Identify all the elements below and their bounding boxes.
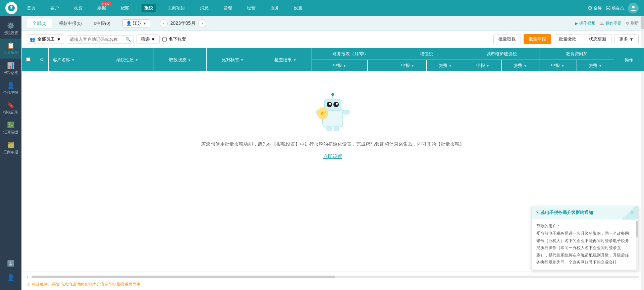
filter-button[interactable]: 筛选 ▼ <box>137 34 160 44</box>
month-navigation: ‹ 2023年05月 › <box>160 19 206 27</box>
manual-icon: 📖 <box>599 21 604 26</box>
svg-rect-3 <box>591 9 592 10</box>
sidebar-item-tax-settings[interactable]: ⚙️ 报税设置 <box>0 19 21 39</box>
prev-month-btn[interactable]: ‹ <box>160 19 168 27</box>
personal-tax-icon: 👤 <box>7 82 14 89</box>
empty-state: ¥ 若您想使用批量报税功能，请先在【报税设置】中进行报税的初始化设置，完成密码验… <box>22 72 644 180</box>
svg-rect-19 <box>334 126 339 131</box>
nav-service[interactable]: 服务 <box>268 4 282 12</box>
svg-rect-2 <box>588 9 589 10</box>
tax-records-icon: 🔖 <box>7 101 14 109</box>
member-btn[interactable]: 畅会员 <box>606 5 624 11</box>
sidebar-user[interactable]: 👤 <box>7 271 14 285</box>
compare-status-filter-icon[interactable]: ▼ <box>240 58 244 62</box>
fetch-status-filter-icon[interactable]: ▼ <box>188 58 191 62</box>
svg-rect-1 <box>591 6 592 7</box>
customer-filter-icon[interactable]: ▼ <box>71 58 75 62</box>
search-input-wrap: 🔍 <box>67 35 134 44</box>
nav-invoice[interactable]: 票据 NEW <box>95 4 109 12</box>
chevron-down-icon: ▼ <box>57 37 61 42</box>
edu-declare-filter-icon[interactable]: ▼ <box>561 64 565 68</box>
horizontal-scrollbar[interactable] <box>32 276 639 278</box>
svg-text:¥: ¥ <box>321 112 323 116</box>
th-tax-nature: 纳税性质 ▼ <box>101 48 154 72</box>
city-declare-filter-icon[interactable]: ▼ <box>486 64 489 68</box>
svg-point-11 <box>336 103 338 105</box>
nav-business[interactable]: 工商项目 <box>165 4 188 12</box>
toolbar-right: 批量取数 批量申报 批量缴款 状态更新 更多 ▼ <box>493 34 639 44</box>
nav-operation[interactable]: 经营 <box>244 4 258 12</box>
th-check-result: 检查结果 ▼ <box>259 48 312 72</box>
setup-link[interactable]: 立即设置 <box>323 154 342 160</box>
th-gear: ⚙ <box>35 48 49 72</box>
th-financial-blank <box>367 60 389 72</box>
svg-point-10 <box>329 103 331 105</box>
nav-home[interactable]: 首页 <box>24 4 38 12</box>
sidebar-download[interactable]: ⬇️ <box>7 257 14 271</box>
vat-declare-filter-icon[interactable]: ▼ <box>411 64 414 68</box>
vat-pay-filter-icon[interactable]: ▼ <box>448 64 452 68</box>
sidebar-item-tax-overview[interactable]: 📊 报税总览 <box>0 59 21 78</box>
download-icon: ⬇️ <box>7 260 14 267</box>
operation-video-link[interactable]: ▶ 操作视频 <box>575 20 595 26</box>
sidebar-item-annual-report[interactable]: 🗂️ 工商年报 <box>0 138 21 158</box>
status-update-btn[interactable]: 状态更新 <box>584 34 611 44</box>
tax-nature-filter-icon[interactable]: ▼ <box>135 58 139 62</box>
batch-declare-btn[interactable]: 批量申报 <box>524 34 551 44</box>
nav-tax[interactable]: 报税 <box>142 4 156 12</box>
check-result-filter-icon[interactable]: ▼ <box>293 58 297 62</box>
nav-manage[interactable]: 管理 <box>221 4 235 12</box>
notification-scrollbar[interactable] <box>636 219 638 270</box>
operation-manual-link[interactable]: 📖 操作手册 <box>599 20 622 26</box>
tab-tax-declaration[interactable]: 税款申报(0) <box>54 18 87 28</box>
nav-message[interactable]: 消息 <box>197 4 211 12</box>
scroll-left-btn[interactable]: ‹ <box>27 273 29 280</box>
th-city-tax: 城市维护建设税 <box>464 48 539 60</box>
city-pay-filter-icon[interactable]: ▼ <box>524 64 527 68</box>
select-all-checkbox[interactable] <box>26 57 31 62</box>
app-logo[interactable] <box>5 2 17 14</box>
next-month-btn[interactable]: › <box>198 19 206 27</box>
batch-pay-btn[interactable]: 批量缴款 <box>554 34 581 44</box>
svg-rect-15 <box>343 110 350 114</box>
fullscreen-btn[interactable]: 全屏 <box>588 5 602 11</box>
sidebar-item-tax-records[interactable]: 🔖 报税记录 <box>0 98 21 118</box>
province-selector[interactable]: 👤 江苏 ▼ <box>122 19 150 27</box>
th-operations: 操作 <box>614 48 644 72</box>
account-checkbox[interactable] <box>162 37 167 42</box>
edu-pay-filter-icon[interactable]: ▼ <box>599 64 602 68</box>
search-icon[interactable]: 🔍 <box>125 37 131 42</box>
annual-report-icon: 🗂️ <box>7 141 14 149</box>
data-table: ⚙ 客户名称 ▼ 纳税性质 ▼ 取数状态 ▼ 比对状态 ▼ <box>21 48 644 180</box>
gear-icon[interactable]: ⚙ <box>40 57 44 62</box>
sidebar-item-batch-tax[interactable]: 📋 批量报税 <box>0 39 21 58</box>
svg-point-5 <box>632 6 635 8</box>
notification-body: 尊敬的用户： 受当前电子税务局进一步升级的影响，同一个政务网账号（办税人）名下的… <box>532 219 636 270</box>
sidebar-item-personal-tax[interactable]: 👤 个税申报 <box>0 78 21 98</box>
notification-panel: 江苏电子税务局升级影响通知 × 尊敬的用户： 受当前电子税务局进一步升级的影响，… <box>531 206 639 270</box>
batch-fetch-btn[interactable]: 批量取数 <box>493 34 521 44</box>
video-icon: ▶ <box>575 21 578 26</box>
fin-declare-filter-icon[interactable]: ▼ <box>343 64 346 68</box>
th-vat-pay: 缴费 ▼ <box>426 60 464 72</box>
th-city-declare: 申报 ▼ <box>464 60 501 72</box>
search-input[interactable] <box>70 37 123 42</box>
sidebar: ⚙️ 报税设置 📋 批量报税 📊 报税总览 👤 个税申报 🔖 报税记录 💹 汇算… <box>0 16 21 290</box>
bottom-bar: ‹ ⚠ 验证账密、采集信息均成功的企业才会流转至批量报税页面中 <box>21 272 644 290</box>
nav-accounting[interactable]: 记账 <box>118 4 132 12</box>
user-avatar[interactable] <box>628 3 639 13</box>
more-btn[interactable]: 更多 ▼ <box>614 34 639 44</box>
refresh-icon: ↻ <box>626 21 629 26</box>
refresh-link[interactable]: ↻ 刷新 <box>626 20 639 26</box>
account-checkbox-label[interactable]: 名下账套 <box>162 36 186 42</box>
nav-customer[interactable]: 客户 <box>48 4 62 12</box>
nav-billing[interactable]: 收费 <box>71 4 85 12</box>
employee-select[interactable]: 👥 全部员工 ▼ <box>27 34 64 44</box>
sidebar-item-settlement[interactable]: 💹 汇算清缴 <box>0 118 21 138</box>
tax-settings-icon: ⚙️ <box>7 22 14 29</box>
tab-zero-declaration[interactable]: 0申报(0) <box>89 18 116 28</box>
tab-all[interactable]: 全部(0) <box>27 18 52 29</box>
nav-settings[interactable]: 设置 <box>291 4 305 12</box>
warning-icon: ⚠ <box>27 282 31 287</box>
table-header-row-1: ⚙ 客户名称 ▼ 纳税性质 ▼ 取数状态 ▼ 比对状态 ▼ <box>22 48 644 60</box>
